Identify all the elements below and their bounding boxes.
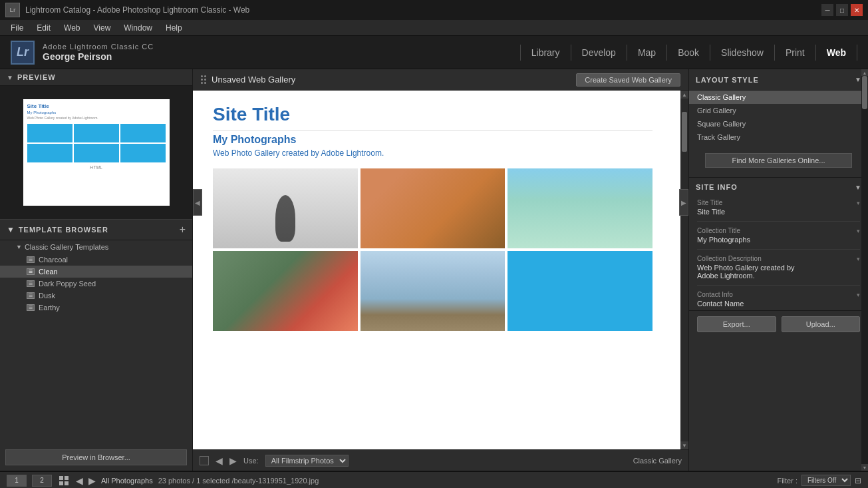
menu-web[interactable]: Web bbox=[59, 22, 85, 34]
preview-cell-5 bbox=[74, 144, 119, 162]
bottom-area: 1 2 ◀ ▶ All Photographs 23 photos / 1 se… bbox=[0, 471, 868, 488]
use-select[interactable]: All Filmstrip Photos bbox=[265, 455, 349, 467]
collapse-left-arrow[interactable]: ◀ bbox=[193, 189, 202, 216]
menu-help[interactable]: Help bbox=[160, 22, 188, 34]
menu-window[interactable]: Window bbox=[118, 22, 158, 34]
nav-develop[interactable]: Develop bbox=[571, 45, 627, 61]
right-scrollbar-track[interactable]: ▲ ▼ bbox=[861, 69, 868, 471]
template-browser: ▼ Template Browser + ▼ Classic Gallery T… bbox=[0, 219, 192, 444]
create-saved-web-gallery-button[interactable]: Create Saved Web Gallery bbox=[576, 73, 680, 87]
gallery-option-grid[interactable]: Grid Gallery bbox=[689, 104, 868, 117]
right-scroll-down[interactable]: ▼ bbox=[861, 464, 868, 471]
site-content: Site Title My Photographs Web Photo Gall… bbox=[193, 91, 672, 449]
template-browser-title: Template Browser bbox=[19, 226, 108, 234]
svg-rect-2 bbox=[59, 481, 63, 485]
collection-description-value[interactable]: Web Photo Gallery created by Adobe Light… bbox=[697, 264, 860, 280]
nav-map[interactable]: Map bbox=[627, 45, 667, 61]
svg-rect-3 bbox=[65, 481, 69, 485]
all-photos-label: All Photographs bbox=[101, 477, 153, 485]
template-item-dark-poppy[interactable]: ☰ Dark Poppy Seed bbox=[0, 278, 192, 290]
preview-grid bbox=[27, 124, 166, 162]
nav-slideshow[interactable]: Slideshow bbox=[710, 45, 775, 61]
right-scroll-up[interactable]: ▲ bbox=[861, 69, 868, 76]
brand-username: George Peirson bbox=[43, 51, 154, 62]
titlebar: Lr Lightroom Catalog - Adobe Photoshop L… bbox=[0, 0, 868, 20]
photo-cell-3 bbox=[507, 168, 652, 248]
gallery-option-classic[interactable]: Classic Gallery bbox=[689, 91, 868, 104]
filmstrip-grid-button[interactable] bbox=[57, 475, 71, 487]
site-info-arrow: ▼ bbox=[855, 184, 861, 191]
template-dark-poppy-icon: ☰ bbox=[27, 280, 35, 287]
nav-print[interactable]: Print bbox=[775, 45, 816, 61]
preview-site-title: Site Title bbox=[27, 103, 166, 109]
gallery-option-square[interactable]: Square Gallery bbox=[689, 117, 868, 130]
preview-subtitle: My Photographs bbox=[27, 111, 166, 115]
nav-library[interactable]: Library bbox=[520, 45, 571, 61]
close-button[interactable]: ✕ bbox=[851, 4, 863, 16]
find-more-galleries-button[interactable]: Find More Galleries Online... bbox=[705, 153, 852, 168]
gallery-type-label: Classic Gallery bbox=[633, 457, 682, 465]
preview-in-browser-button[interactable]: Preview in Browser... bbox=[5, 449, 187, 465]
contact-name-value[interactable]: Contact Name bbox=[697, 300, 860, 308]
filmstrip-tab-1[interactable]: 1 bbox=[7, 475, 27, 487]
center-panel: Unsaved Web Gallery Create Saved Web Gal… bbox=[193, 69, 688, 471]
template-item-earthy[interactable]: ☰ Earthy bbox=[0, 302, 192, 314]
add-template-button[interactable]: + bbox=[180, 224, 186, 236]
titlebar-controls[interactable]: ─ □ ✕ bbox=[821, 4, 863, 16]
brand: Adobe Lightroom Classic CC George Peirso… bbox=[43, 43, 154, 62]
right-scrollbar-thumb[interactable] bbox=[862, 76, 867, 109]
scrollbar-down-arrow[interactable]: ▼ bbox=[680, 441, 688, 449]
upload-button[interactable]: Upload... bbox=[782, 316, 861, 332]
template-charcoal-label: Charcoal bbox=[39, 256, 68, 264]
collection-title-label: Collection Title ▾ bbox=[697, 227, 860, 234]
titlebar-left: Lr Lightroom Catalog - Adobe Photoshop L… bbox=[5, 3, 249, 17]
site-info-section: Site Info ▼ Site Title ▾ Site Title Coll… bbox=[689, 177, 868, 310]
photo-cell-4 bbox=[213, 251, 358, 331]
filter-panel-toggle[interactable]: ⊟ bbox=[855, 476, 861, 485]
template-clean-icon: ☰ bbox=[27, 268, 35, 275]
menu-file[interactable]: File bbox=[5, 22, 29, 34]
maximize-button[interactable]: □ bbox=[836, 4, 848, 16]
filmstrip-prev-button[interactable]: ◀ bbox=[76, 475, 83, 486]
preview-area: Site Title My Photographs Web Photo Gall… bbox=[0, 86, 192, 219]
gallery-option-track[interactable]: Track Gallery bbox=[689, 130, 868, 144]
scrollbar-thumb[interactable] bbox=[682, 112, 687, 152]
site-info-header[interactable]: Site Info ▼ bbox=[689, 178, 868, 196]
template-item-clean[interactable]: ☰ Clean bbox=[0, 266, 192, 278]
filmstrip-tab-2[interactable]: 2 bbox=[32, 475, 52, 487]
filmstrip-checkbox[interactable] bbox=[200, 456, 209, 465]
filmstrip-next-button[interactable]: ▶ bbox=[88, 475, 96, 486]
layout-style-header: Layout Style ▼ bbox=[689, 69, 868, 91]
template-group-classic-header[interactable]: ▼ Classic Gallery Templates bbox=[0, 240, 192, 254]
left-panel: ▼ Preview Site Title My Photographs Web … bbox=[0, 69, 193, 471]
template-browser-header[interactable]: ▼ Template Browser + bbox=[0, 219, 192, 240]
minimize-button[interactable]: ─ bbox=[821, 4, 833, 16]
menu-edit[interactable]: Edit bbox=[31, 22, 56, 34]
preview-thumbnail: Site Title My Photographs Web Photo Gall… bbox=[23, 99, 170, 206]
template-group-classic: ▼ Classic Gallery Templates ☰ Charcoal ☰… bbox=[0, 240, 192, 314]
site-title-value[interactable]: Site Title bbox=[697, 208, 860, 216]
site-title-display: Site Title bbox=[213, 104, 652, 131]
template-item-charcoal[interactable]: ☰ Charcoal bbox=[0, 254, 192, 266]
preview-header[interactable]: ▼ Preview bbox=[0, 69, 192, 86]
layout-style-title: Layout Style bbox=[696, 76, 759, 84]
gallery-title-area: Unsaved Web Gallery bbox=[201, 75, 295, 85]
collection-title-value[interactable]: My Photographs bbox=[697, 236, 860, 244]
nav-book[interactable]: Book bbox=[667, 45, 710, 61]
scrollbar-up-arrow[interactable]: ▲ bbox=[680, 91, 688, 99]
drag-handle[interactable] bbox=[201, 75, 206, 84]
nav-web[interactable]: Web bbox=[816, 45, 857, 61]
template-item-dusk[interactable]: ☰ Dusk bbox=[0, 290, 192, 302]
preview-title: Preview bbox=[17, 73, 56, 81]
preview-desc: Web Photo Gallery created by Adobe Light… bbox=[27, 116, 166, 120]
web-scrollbar[interactable]: ▲ ▼ bbox=[680, 91, 688, 449]
navbar: Lr Adobe Lightroom Classic CC George Pei… bbox=[0, 36, 868, 69]
filmstrip-back-arrow[interactable]: ◀ bbox=[216, 455, 223, 466]
filmstrip-forward-arrow[interactable]: ▶ bbox=[229, 455, 237, 466]
collapse-right-arrow[interactable]: ▶ bbox=[679, 189, 688, 216]
export-button[interactable]: Export... bbox=[697, 316, 776, 332]
site-title-field: Site Title ▾ Site Title bbox=[689, 196, 868, 218]
menu-view[interactable]: View bbox=[88, 22, 116, 34]
filter-select[interactable]: Filters Off bbox=[801, 475, 851, 486]
layout-style-arrow: ▼ bbox=[855, 76, 861, 83]
